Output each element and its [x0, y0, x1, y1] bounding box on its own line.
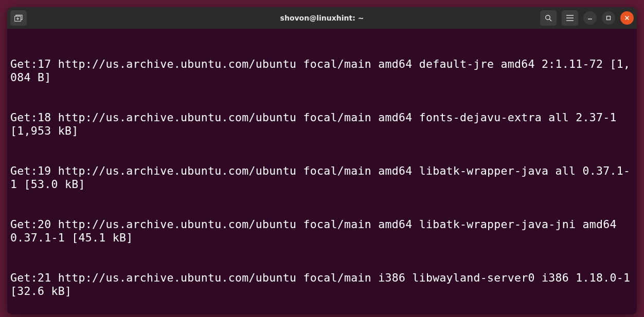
output-line: Get:17 http://us.archive.ubuntu.com/ubun…	[10, 58, 634, 84]
svg-line-4	[549, 19, 551, 21]
terminal-output[interactable]: Get:17 http://us.archive.ubuntu.com/ubun…	[7, 29, 637, 314]
svg-rect-9	[607, 16, 611, 20]
minimize-icon	[587, 15, 593, 21]
svg-point-3	[545, 15, 550, 20]
new-tab-button[interactable]	[10, 10, 27, 26]
new-tab-icon	[14, 14, 23, 22]
menu-button[interactable]	[562, 10, 578, 26]
search-icon	[545, 14, 552, 22]
output-line: Get:21 http://us.archive.ubuntu.com/ubun…	[10, 271, 634, 298]
output-line: Get:18 http://us.archive.ubuntu.com/ubun…	[10, 111, 634, 138]
titlebar-left	[10, 10, 113, 26]
close-button[interactable]	[620, 11, 634, 25]
titlebar: shovon@linuxhint: ~	[7, 7, 637, 29]
terminal-window: shovon@linuxhint: ~	[7, 7, 637, 314]
window-title: shovon@linuxhint: ~	[113, 14, 531, 22]
output-line: Get:19 http://us.archive.ubuntu.com/ubun…	[10, 164, 634, 191]
output-line: Get:20 http://us.archive.ubuntu.com/ubun…	[10, 218, 634, 245]
search-button[interactable]	[540, 10, 557, 26]
maximize-button[interactable]	[602, 11, 615, 25]
hamburger-icon	[566, 15, 574, 21]
close-icon	[624, 15, 630, 21]
minimize-button[interactable]	[583, 11, 597, 25]
maximize-icon	[606, 15, 611, 21]
titlebar-right	[531, 10, 634, 26]
